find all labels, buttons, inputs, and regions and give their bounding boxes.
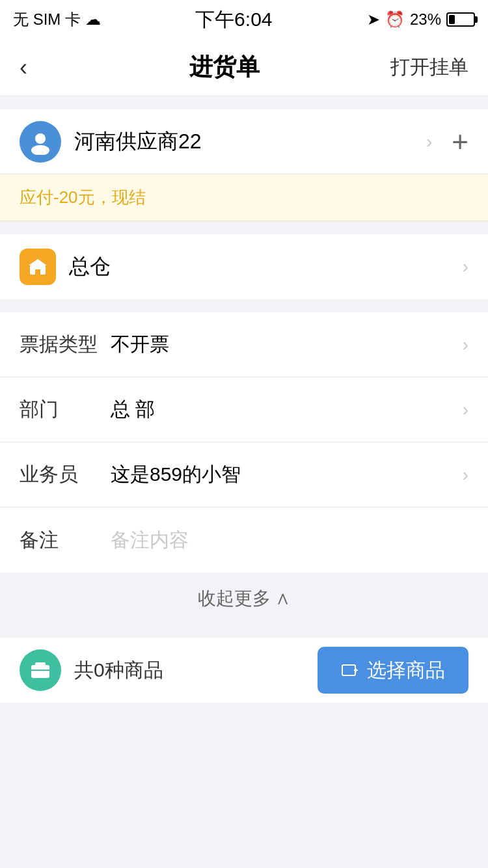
supplier-section[interactable]: 河南供应商22 › + [0,109,488,174]
invoice-value: 不开票 [98,331,463,358]
svg-rect-5 [31,665,49,678]
svg-point-0 [35,133,46,144]
warehouse-section[interactable]: 总仓 › [0,234,488,299]
nav-bar: ‹ 进货单 打开挂单 [0,39,488,96]
supplier-avatar [20,121,61,163]
location-icon: ➤ [367,10,380,29]
notice-text: 应付-20元，现结 [20,187,146,207]
svg-marker-3 [29,259,47,265]
alarm-icon: ⏰ [385,10,405,29]
status-left: 无 SIM 卡 ☁ [13,9,101,30]
page-title: 进货单 [189,51,260,83]
remark-input[interactable]: 备注内容 [98,527,468,554]
open-pending-button[interactable]: 打开挂单 [390,54,468,81]
status-time: 下午6:04 [195,7,272,33]
section-gap-1 [0,96,488,109]
sales-row[interactable]: 业务员 这是859的小智 › [0,442,488,508]
section-gap-2 [0,221,488,234]
select-product-button[interactable]: 选择商品 [318,647,468,694]
add-supplier-button[interactable]: + [452,128,468,156]
dept-row[interactable]: 部门 总 部 › [0,377,488,442]
sales-chevron-icon: › [463,465,468,485]
status-right: ➤ ⏰ 23% [367,10,475,29]
svg-point-1 [31,145,49,155]
sales-label: 业务员 [20,461,98,488]
battery-icon [446,12,475,27]
no-sim-text: 无 SIM 卡 ☁ [13,9,101,30]
back-button[interactable]: ‹ [20,54,59,81]
svg-rect-4 [35,269,40,275]
invoice-label: 票据类型 [20,331,98,358]
supplier-chevron-icon: › [426,131,432,152]
collapse-bar[interactable]: 收起更多 ∧ [0,573,488,625]
battery-percent: 23% [410,10,441,29]
svg-rect-6 [35,662,46,666]
product-count: 共0种商品 [74,657,318,684]
remark-row[interactable]: 备注 备注内容 [0,508,488,573]
status-bar: 无 SIM 卡 ☁ 下午6:04 ➤ ⏰ 23% [0,0,488,39]
select-product-label: 选择商品 [367,657,445,684]
supplier-name: 河南供应商22 [74,128,426,156]
dept-chevron-icon: › [463,400,468,420]
svg-rect-8 [342,665,355,675]
notice-bar: 应付-20元，现结 [0,174,488,221]
invoice-row[interactable]: 票据类型 不开票 › [0,312,488,377]
collapse-label: 收起更多 ∧ [198,586,291,611]
invoice-chevron-icon: › [463,334,468,355]
bottom-bar: 共0种商品 选择商品 [0,638,488,703]
product-icon [20,649,61,691]
warehouse-name: 总仓 [69,252,463,281]
page-rest [0,703,488,868]
warehouse-icon [20,249,56,285]
warehouse-chevron-icon: › [463,256,468,277]
sales-value: 这是859的小智 [98,461,463,488]
dept-label: 部门 [20,396,98,423]
dept-value: 总 部 [98,396,463,423]
remark-label: 备注 [20,527,98,554]
form-section: 票据类型 不开票 › 部门 总 部 › 业务员 这是859的小智 › 备注 备注… [0,312,488,573]
